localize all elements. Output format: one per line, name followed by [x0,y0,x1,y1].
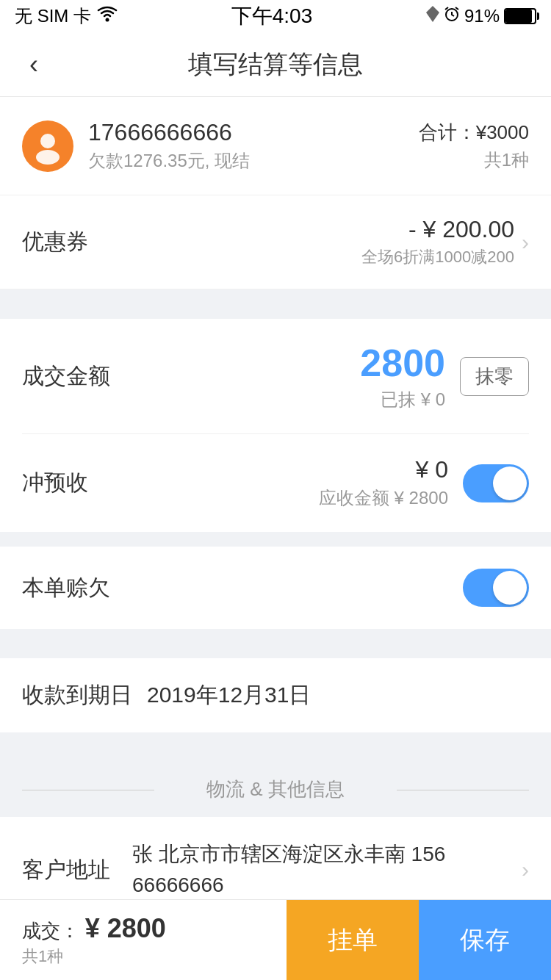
save-button[interactable]: 保存 [419,900,551,980]
prepay-row: 冲预收 ¥ 0 应收金额 ¥ 2800 [22,434,529,532]
total-label: 合计：¥3000 [419,120,529,145]
user-debt: 欠款1276.35元, 现结 [88,149,250,173]
credit-toggle-knob [493,571,527,605]
address-value: 张 北京市市辖区海淀区永丰南 156 66666666 [132,839,514,901]
status-bar: 无 SIM 卡 下午4:03 91% [0,0,551,32]
page-title: 填写结算等信息 [188,48,363,82]
status-bar-time: 下午4:03 [231,2,313,30]
user-phone: 17666666666 [88,119,250,146]
address-label: 客户地址 [22,855,110,885]
prepay-sub: 应收金额 ¥ 2800 [319,486,448,510]
carrier-text: 无 SIM 卡 [15,4,91,28]
section-divider-3 [0,644,551,658]
user-right: 合计：¥3000 共1种 [419,120,529,172]
bottom-count: 共1种 [22,945,264,968]
user-info: 17666666666 欠款1276.35元, 现结 [88,119,250,173]
prepay-amount-block: ¥ 0 应收金额 ¥ 2800 [319,456,448,510]
section-divider-4 [0,747,551,762]
battery-percentage: 91% [464,6,500,26]
bottom-actions: 挂单 保存 [287,900,551,980]
bottom-trans-amount: ¥ 2800 [85,913,166,943]
bottom-trans-row: 成交： ¥ 2800 [22,913,264,944]
svg-point-2 [40,134,55,148]
amount-section: 成交金额 2800 已抹 ¥ 0 抹零 冲预收 ¥ 0 应收金额 ¥ 2800 [0,319,551,532]
credit-label: 本单赊欠 [22,573,110,603]
coupon-right: - ¥ 200.00 全场6折满1000减200 › [361,216,529,268]
coupon-amount: - ¥ 200.00 [361,216,514,243]
location-icon [426,6,439,26]
prepay-toggle[interactable] [463,464,529,502]
transaction-row: 成交金额 2800 已抹 ¥ 0 抹零 [22,319,529,434]
hang-button[interactable]: 挂单 [287,900,419,980]
logistics-divider: 物流 & 其他信息 [0,762,551,817]
battery-icon [504,8,536,24]
alarm-icon [444,6,460,26]
coupon-desc: 全场6折满1000减200 [361,246,514,268]
round-button[interactable]: 抹零 [460,357,529,396]
section-divider-2 [0,532,551,547]
prepay-label: 冲预收 [22,468,88,498]
bottom-trans-label: 成交： [22,920,79,942]
transaction-sub: 已抹 ¥ 0 [360,388,445,411]
avatar [22,120,73,172]
svg-point-3 [36,150,60,165]
transaction-value-block: 2800 已抹 ¥ 0 [360,341,445,411]
main-content: 17666666666 欠款1276.35元, 现结 合计：¥3000 共1种 … [0,97,551,980]
coupon-info: - ¥ 200.00 全场6折满1000减200 [361,216,514,268]
due-date-section: 收款到期日 2019年12月31日 [0,658,551,732]
bottom-bar: 成交： ¥ 2800 共1种 挂单 保存 [0,899,551,980]
transaction-value: 2800 [360,341,445,385]
due-label: 收款到期日 [22,680,132,710]
coupon-chevron: › [522,230,529,255]
wifi-icon [97,6,118,26]
address-chevron: › [522,857,529,882]
transaction-label: 成交金额 [22,361,110,392]
logistics-label: 物流 & 其他信息 [206,778,345,800]
status-bar-right: 91% [426,6,536,26]
nav-bar: ‹ 填写结算等信息 [0,32,551,97]
toggle-knob [493,466,527,500]
user-card: 17666666666 欠款1276.35元, 现结 合计：¥3000 共1种 … [0,97,551,289]
section-divider-1 [0,304,551,319]
total-count: 共1种 [419,148,529,172]
credit-toggle[interactable] [463,569,529,607]
coupon-row[interactable]: 优惠券 - ¥ 200.00 全场6折满1000减200 › [0,195,551,289]
prepay-main: ¥ 0 [319,456,448,483]
svg-point-0 [106,18,109,22]
transaction-right: 2800 已抹 ¥ 0 抹零 [360,341,529,411]
credit-section: 本单赊欠 [0,547,551,629]
user-left: 17666666666 欠款1276.35元, 现结 [22,119,250,173]
due-date-value: 2019年12月31日 [147,680,311,710]
user-row: 17666666666 欠款1276.35元, 现结 合计：¥3000 共1种 [0,97,551,195]
status-bar-left: 无 SIM 卡 [15,4,118,28]
back-button[interactable]: ‹ [22,42,46,87]
bottom-info: 成交： ¥ 2800 共1种 [0,913,287,968]
coupon-label: 优惠券 [22,227,88,257]
